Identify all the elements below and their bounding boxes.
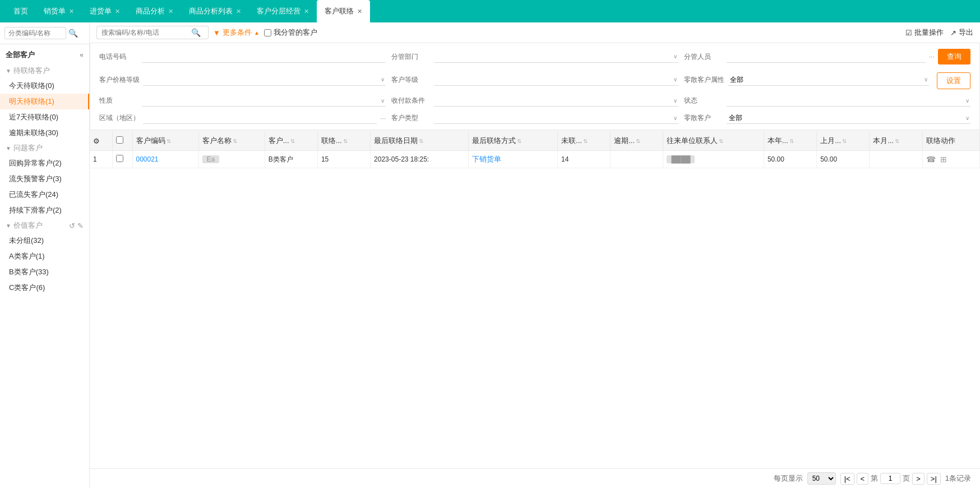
nav-product-analysis-close[interactable]: ✕ (168, 0, 173, 22)
sidebar-item-c-class[interactable]: C类客户(6) (0, 280, 89, 296)
page-size-select[interactable]: 50 10 20 100 (807, 472, 836, 485)
page-size-label: 每页显示 (774, 473, 803, 484)
th-this-month: 本月... ⇅ (870, 131, 922, 151)
row-checkbox[interactable] (116, 155, 123, 162)
more-filter-btn[interactable]: ▼ 更多条件 ▲ (213, 27, 260, 38)
filter-customer-level-select[interactable] (434, 74, 678, 85)
last-page-btn[interactable]: >| (927, 473, 941, 485)
prev-page-btn[interactable]: < (857, 473, 869, 485)
td-customer-type: B类客户 (265, 151, 317, 168)
th-last-month: 上月... ⇅ (817, 131, 870, 151)
nav-sales-close[interactable]: ✕ (69, 0, 74, 22)
my-customers-checkbox[interactable] (264, 29, 271, 36)
th-this-month-sort[interactable]: ⇅ (895, 138, 899, 144)
first-page-btn[interactable]: |< (840, 473, 854, 485)
nav-purchase[interactable]: 进货单 ✕ (82, 0, 128, 22)
th-code-sort[interactable]: ⇅ (167, 138, 171, 144)
sidebar-item-tomorrow[interactable]: 明天待联络(1) (0, 94, 89, 109)
sidebar-collapse-icon[interactable]: « (80, 51, 84, 59)
filter-gender-select[interactable] (142, 95, 386, 106)
query-button[interactable]: 查询 (938, 49, 970, 65)
sidebar-all-customers[interactable]: 全部客户 « (0, 47, 89, 63)
nav-sales[interactable]: 销货单 ✕ (36, 0, 82, 22)
filter-customer-type-select[interactable] (434, 112, 678, 123)
filter-customer-level-arrow: ∨ (673, 76, 677, 82)
filter-region-input[interactable] (143, 112, 377, 124)
nav-product-list-close[interactable]: ✕ (236, 0, 241, 22)
filter-status-label: 状态 (684, 96, 723, 105)
nav-customer-contact[interactable]: 客户联络 ✕ (317, 0, 370, 22)
nav-customer-segment[interactable]: 客户分层经营 ✕ (249, 0, 317, 22)
th-last-month-sort[interactable]: ⇅ (842, 138, 847, 144)
page-input[interactable] (880, 473, 900, 484)
th-last-method-sort[interactable]: ⇅ (517, 138, 521, 144)
filter-dept-select[interactable] (434, 51, 678, 62)
filter-phone-input[interactable] (142, 51, 386, 63)
sidebar-item-a-class[interactable]: A类客户(1) (0, 248, 89, 264)
filter-retail-select[interactable]: 全部 (727, 112, 970, 123)
th-last-method: 最后联络方式 ⇅ (469, 131, 558, 151)
export-btn[interactable]: ↗ 导出 (950, 27, 973, 38)
filter-arrow-icon: ▲ (254, 30, 260, 36)
sidebar-group-problem[interactable]: 问题客户 (0, 141, 89, 155)
toolbar-right: ☑ 批量操作 ↗ 导出 (905, 27, 973, 38)
filter-gender-label: 性质 (99, 96, 138, 105)
filter-status-select[interactable] (727, 95, 970, 106)
th-contact-sort[interactable]: ⇅ (343, 138, 348, 144)
sidebar-item-ungroup[interactable]: 未分组(32) (0, 233, 89, 248)
nav-home[interactable]: 首页 (6, 0, 36, 22)
my-customers-checkbox-label[interactable]: 我分管的客户 (264, 27, 317, 38)
sidebar-item-churn-warning[interactable]: 流失预警客户(3) (0, 171, 89, 187)
set-button[interactable]: 设置 (937, 72, 970, 89)
sidebar-group-pending[interactable]: 待联络客户 (0, 63, 89, 78)
th-uncontacted-sort[interactable]: ⇅ (583, 138, 588, 144)
td-unit-contact: ████ (663, 151, 764, 168)
sidebar: 🔍 全部客户 « 待联络客户 今天待联络(0) 明天待联络(1) 近7天待联络(… (0, 22, 90, 488)
batch-ops-btn[interactable]: ☑ 批量操作 (905, 27, 944, 38)
sidebar-item-today[interactable]: 今天待联络(0) (0, 78, 89, 94)
nav-customer-segment-close[interactable]: ✕ (304, 0, 309, 22)
grid-action-icon[interactable]: ⊞ (940, 155, 947, 164)
sidebar-item-7days[interactable]: 近7天待联络(0) (0, 109, 89, 125)
filter-person-more[interactable]: ··· (929, 53, 935, 61)
sidebar-item-declining[interactable]: 持续下滑客户(2) (0, 202, 89, 218)
sidebar-search-icon[interactable]: 🔍 (68, 29, 78, 38)
th-actions: 联络动作 (922, 131, 979, 151)
search-input[interactable] (101, 29, 191, 36)
last-method-link[interactable]: 下销货单 (472, 155, 501, 163)
nav-customer-contact-close[interactable]: ✕ (357, 0, 362, 22)
sidebar-item-churned[interactable]: 已流失客户(24) (0, 187, 89, 202)
th-overdue-sort[interactable]: ⇅ (636, 138, 640, 144)
filter-retail-attr-select[interactable]: 全部 (728, 74, 929, 85)
filter-region-more[interactable]: ··· (380, 114, 386, 122)
filter-customer-type-row: 客户类型 ∨ (391, 112, 678, 124)
settings-icon[interactable]: ⚙ (93, 137, 100, 145)
search-btn-icon[interactable]: 🔍 (191, 28, 201, 37)
phone-action-icon[interactable]: ☎ (926, 155, 936, 164)
filter-person-input[interactable] (727, 51, 926, 63)
nav-product-list[interactable]: 商品分析列表 ✕ (181, 0, 249, 22)
td-last-method[interactable]: 下销货单 (469, 151, 558, 168)
filter-person-row: 分管人员 ··· 查询 (684, 49, 970, 65)
sidebar-group-value-icons[interactable]: ↺ ✎ (69, 222, 84, 230)
filter-price-level-select[interactable] (143, 74, 386, 85)
filter-retail-arrow: ∨ (965, 115, 969, 121)
sidebar-item-overdue[interactable]: 逾期未联络(30) (0, 125, 89, 141)
sidebar-item-abnormal[interactable]: 回购异常客户(2) (0, 155, 89, 171)
filter-payment-select[interactable] (434, 95, 678, 106)
select-all-checkbox[interactable] (116, 136, 123, 144)
sidebar-search-input[interactable] (4, 27, 66, 39)
nav-product-analysis[interactable]: 商品分析 ✕ (128, 0, 181, 22)
th-last-date-sort[interactable]: ⇅ (419, 138, 423, 144)
td-name[interactable]: Ea (198, 151, 265, 168)
th-unit-contact-sort[interactable]: ⇅ (719, 138, 723, 144)
th-customer-type-sort[interactable]: ⇅ (290, 138, 295, 144)
td-code[interactable]: 000021 (132, 151, 198, 168)
filter-price-level-label: 客户价格等级 (99, 75, 140, 85)
nav-purchase-close[interactable]: ✕ (115, 0, 120, 22)
sidebar-item-b-class[interactable]: B类客户(33) (0, 264, 89, 280)
th-name-sort[interactable]: ⇅ (233, 138, 237, 144)
sidebar-group-value[interactable]: ▼ 价值客户 ↺ ✎ (0, 218, 89, 233)
next-page-btn[interactable]: > (912, 473, 924, 485)
th-this-year-sort[interactable]: ⇅ (789, 138, 794, 144)
